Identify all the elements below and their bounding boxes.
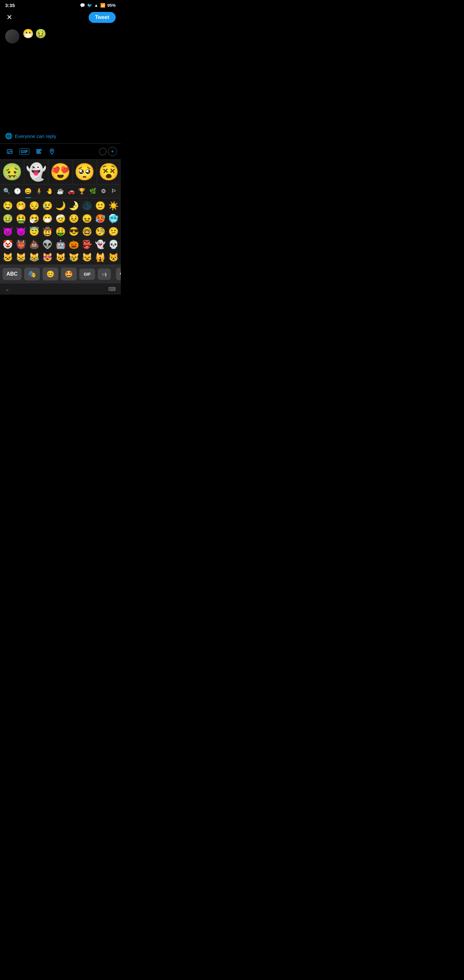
emoji-hand-over-mouth[interactable]: 🤭 (14, 200, 27, 212)
svg-point-5 (51, 150, 52, 151)
tab-symbols[interactable]: ⚙ (98, 185, 109, 198)
tweet-button[interactable]: Tweet (89, 12, 116, 23)
wifi-icon: ▲ (94, 3, 98, 8)
emoji-japanese-ogre[interactable]: 👹 (14, 238, 27, 250)
svg-rect-2 (37, 149, 41, 150)
compose-input-area[interactable]: 😷 🤢 (22, 29, 116, 125)
emoji-cat-crying[interactable]: 😾 (107, 251, 119, 263)
emoji-mask[interactable]: 😷 (41, 212, 54, 225)
emoji-crescent-moon2[interactable]: 🌛 (67, 200, 80, 212)
gif-key[interactable]: GIF (79, 269, 95, 280)
delete-key[interactable]: ⌫ (116, 268, 121, 280)
tab-recent[interactable]: 🕐 (12, 185, 22, 198)
compose-toolbar: GIF + (0, 144, 121, 159)
emoji-alien[interactable]: 👽 (41, 238, 54, 250)
emoji-confused[interactable]: 😕 (107, 225, 119, 238)
signal-icon: 📶 (100, 3, 105, 8)
location-button[interactable] (46, 146, 58, 157)
emoji-hot[interactable]: 🥵 (94, 212, 106, 225)
emoji-injured[interactable]: 🤕 (54, 212, 67, 225)
status-left: 3:35 (5, 3, 15, 8)
emoji-slightly-smiling[interactable]: 🙂 (94, 200, 106, 212)
emoji-pensive[interactable]: 😔 (28, 200, 40, 212)
emoji-japanese-goblin[interactable]: 👺 (81, 238, 93, 250)
sticker-cough[interactable]: 🤢 (0, 159, 24, 184)
add-tweet-button[interactable]: + (108, 147, 117, 156)
poll-button[interactable] (33, 146, 45, 157)
emoji-crying[interactable]: 😢 (41, 200, 54, 212)
top-bar: ✕ Tweet (0, 10, 121, 25)
tab-emoji[interactable]: 😀 (23, 185, 33, 198)
chevron-down-icon[interactable]: ⌄ (5, 286, 10, 292)
photo-button[interactable] (4, 146, 16, 157)
emoji-confounded[interactable]: 😖 (81, 212, 93, 225)
keyboard-icon[interactable]: ⌨ (108, 286, 116, 292)
sticker-pleading[interactable]: 🥺 (73, 159, 97, 184)
kaomoji-key[interactable]: :-) (98, 269, 111, 280)
reply-settings[interactable]: 🌐 Everyone can reply (0, 129, 121, 144)
compose-area: 😷 🤢 (0, 25, 121, 129)
emoji-cat[interactable]: 🐱 (1, 251, 14, 263)
tab-hand[interactable]: 🤚 (44, 185, 55, 198)
tab-trophy[interactable]: 🏆 (77, 185, 87, 198)
tab-transport[interactable]: 🚗 (66, 185, 76, 198)
svg-rect-4 (37, 153, 41, 153)
sticker-ghost[interactable]: 👻 (24, 159, 48, 184)
emoji-imp[interactable]: 👿 (14, 225, 27, 238)
emoji-nauseated[interactable]: 🤢 (1, 212, 14, 225)
emoji-cat-wry[interactable]: 😼 (81, 251, 93, 263)
tab-people[interactable]: 🧍 (33, 185, 44, 198)
emoji-smiling-imp[interactable]: 😈 (1, 225, 14, 238)
emoji-vomiting[interactable]: 🤮 (14, 212, 27, 225)
emoji-sunglasses[interactable]: 😎 (67, 225, 80, 238)
emoji-ghost[interactable]: 👻 (94, 238, 106, 250)
emoji-crescent-moon[interactable]: 🌙 (54, 200, 67, 212)
emoji-robot[interactable]: 🤖 (54, 238, 67, 250)
emoji-grid: 🤤 🤭 😔 😢 🌙 🌛 🌑 🙂 ☀️ 🤢 🤮 🤧 😷 🤕 😣 😖 🥵 🥶 😈 👿… (0, 198, 121, 265)
emoji-money-mouth[interactable]: 🤑 (54, 225, 67, 238)
category-tabs: 🔍 🕐 😀 🧍 🤚 ☕ 🚗 🏆 🌿 ⚙ 🏳 (0, 185, 121, 198)
abc-key[interactable]: ABC (3, 268, 22, 280)
emoji-jack-o-lantern[interactable]: 🎃 (67, 238, 80, 250)
emoji-cat-scream[interactable]: 🙀 (94, 251, 106, 263)
emoji-clown[interactable]: 🤡 (1, 238, 14, 250)
emoji-cat-neutral[interactable]: 😺 (54, 251, 67, 263)
svg-rect-3 (37, 151, 40, 152)
emoji-key[interactable]: 😊 (43, 267, 58, 280)
emoji-halo[interactable]: 😇 (28, 225, 40, 238)
emoji-cat-heart[interactable]: 😻 (41, 251, 54, 263)
emoji-monocle[interactable]: 🧐 (94, 225, 106, 238)
status-right: 💬 🐦 ▲ 📶 95% (80, 3, 116, 8)
tab-nature[interactable]: 🌿 (87, 185, 98, 198)
tab-objects[interactable]: ☕ (55, 185, 66, 198)
emoji-mask: 😷 (22, 29, 34, 38)
emoji-sneezing[interactable]: 🤧 (28, 212, 40, 225)
emoji-new-moon[interactable]: 🌑 (81, 200, 93, 212)
gif-button[interactable]: GIF (17, 146, 32, 157)
emoji-sun[interactable]: ☀️ (107, 200, 119, 212)
emoji-skull[interactable]: 💀 (107, 238, 119, 250)
close-button[interactable]: ✕ (5, 12, 14, 23)
character-counter (99, 148, 106, 155)
emoji-cowboy[interactable]: 🤠 (41, 225, 54, 238)
emoji-cat-sad[interactable]: 😿 (67, 251, 80, 263)
sticker-dizzy[interactable]: 😵 (97, 159, 121, 184)
keyboard-bottom: ABC 🎭 😊 🤩 GIF :-) ⌫ (0, 265, 121, 283)
memoji-key[interactable]: 🤩 (61, 267, 77, 280)
emoji-drooling[interactable]: 🤤 (1, 200, 14, 212)
sticker-heart-eyes[interactable]: 😍 (48, 159, 73, 184)
emoji-nerd[interactable]: 🤓 (81, 225, 93, 238)
reply-settings-label: Everyone can reply (15, 134, 56, 139)
emoji-poop[interactable]: 💩 (28, 238, 40, 250)
tab-flags[interactable]: 🏳 (109, 185, 119, 198)
emoji-cat-grin[interactable]: 😸 (14, 251, 27, 263)
tab-search[interactable]: 🔍 (1, 185, 12, 198)
emoji-persevering[interactable]: 😣 (67, 212, 80, 225)
status-time: 3:35 (5, 3, 15, 8)
emoji-cat-joy[interactable]: 😹 (28, 251, 40, 263)
emoji-cold[interactable]: 🥶 (107, 212, 119, 225)
selected-emojis: 😷 🤢 (22, 29, 116, 38)
avatar-image (5, 29, 19, 43)
avatar (5, 29, 19, 43)
sticker-key[interactable]: 🎭 (24, 267, 40, 280)
